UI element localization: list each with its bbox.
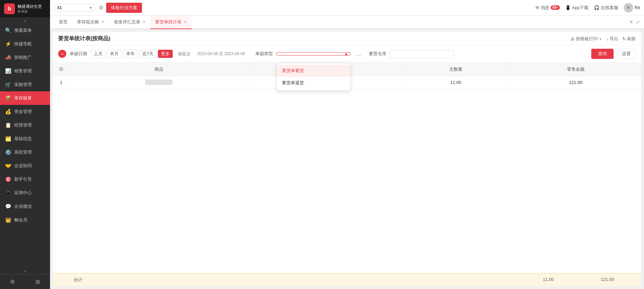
dropdown-item-purchase-order[interactable]: 要货单要货 — [277, 65, 350, 77]
filter-expand-button[interactable]: » — [58, 50, 66, 58]
sidebar-item-label: 经营管理 — [14, 122, 32, 128]
company-select[interactable] — [54, 4, 95, 12]
table-gear-icon[interactable]: ⚙ — [57, 66, 66, 72]
product-blurred — [145, 80, 172, 85]
type-select-wrap: ▲ — [276, 52, 351, 55]
date-btn-more[interactable]: 更多 — [158, 50, 173, 58]
tab-inventory-batch-close[interactable]: ✕ — [101, 20, 104, 24]
sidebar-item-sales[interactable]: 📊 销售管理 — [0, 64, 50, 78]
sidebar-item-enterprise[interactable]: 🤝 企业协同 — [0, 159, 50, 173]
messages-label: 消息 — [541, 5, 549, 11]
sidebar-item-label: 库存核算 — [14, 95, 32, 101]
sidebar-item-finance[interactable]: 💰 资金管理 — [0, 105, 50, 118]
tab-receive-summary-label: 收发存汇总表 — [114, 19, 140, 25]
tab-order-summary-close[interactable]: ✕ — [184, 20, 187, 24]
date-label: 单据日期 — [70, 51, 87, 57]
sidebar-item-search[interactable]: 🔍 搜索菜单 — [0, 24, 50, 37]
filter-bar: » 单据日期 上月 本月 本年 近7天 更多 自定义 2023-05-06 至 … — [53, 45, 641, 63]
export-icon: ↓ — [606, 36, 609, 41]
tab-close-all-icon[interactable]: ✕ — [629, 19, 633, 25]
date-btn-7days[interactable]: 近7天 — [139, 50, 157, 58]
inventory-icon: 📦 — [5, 95, 11, 102]
export-action[interactable]: ↓ 导出 — [606, 36, 619, 42]
vip-icon: 👑 — [5, 217, 11, 223]
sidebar-item-inventory[interactable]: 📦 库存核算 — [0, 91, 50, 105]
warehouse-input[interactable] — [390, 50, 454, 58]
table-footer: 合计 11.00 121.00 — [53, 273, 641, 286]
tab-order-summary[interactable]: 要货单统计表 ✕ — [150, 16, 192, 29]
date-custom-btn[interactable]: 自定义 — [176, 50, 192, 58]
wechat-icon: 💬 — [5, 203, 11, 210]
refresh-label: 刷新 — [627, 36, 636, 42]
type-select-box[interactable] — [276, 52, 351, 55]
topbar: ▼ ⚙ 体验行业方案 ✉ 消息 99+ 📱 App下载 🎧 在线客服 R R — [50, 0, 644, 16]
sidebar-item-purchase[interactable]: 🛒 采购管理 — [0, 78, 50, 91]
scroll-down-indicator[interactable]: ▼ — [0, 268, 50, 274]
scroll-up-indicator[interactable]: ▲ — [0, 18, 50, 24]
sidebar-logo: b 畅捷通好生意 标准版 — [0, 0, 50, 18]
messages-item[interactable]: ✉ 消息 99+ — [535, 5, 560, 11]
industry-plan-button[interactable]: 体验行业方案 — [106, 3, 142, 13]
sidebar-item-quick-nav[interactable]: ⚡ 快捷导航 — [0, 37, 50, 51]
sidebar-item-operation[interactable]: 📋 经营管理 — [0, 118, 50, 132]
tab-home[interactable]: 首页 — [54, 16, 72, 29]
settings-button[interactable]: 设置 — [617, 49, 636, 59]
warehouse-label: 要货仓库 — [369, 51, 386, 57]
sidebar-item-vip[interactable]: 👑 畅会员 — [0, 213, 50, 227]
col-amount: 零售金额 — [510, 63, 641, 76]
type-dropdown-menu: 要货单要货 要货单退货 — [276, 63, 351, 91]
sidebar-item-marketing[interactable]: 📣 营销推广 — [0, 51, 50, 64]
footer-empty-index — [53, 277, 70, 283]
query-button[interactable]: 查询 — [591, 49, 614, 59]
col-quantity: 主数量 — [401, 63, 510, 76]
footer-total-label: 合计 — [70, 277, 455, 283]
footer-total-amount: 121.00 — [574, 277, 641, 283]
tab-expand-icon[interactable]: ⤢ — [636, 19, 640, 25]
sidebar-item-label: 快捷导航 — [14, 41, 32, 47]
tab-receive-summary[interactable]: 收发存汇总表 ✕ — [109, 16, 150, 29]
cell-quantity: 11.00 — [401, 76, 510, 89]
sidebar-item-label: 基础信息 — [14, 136, 32, 142]
user-name: Rit — [635, 5, 640, 10]
logo-icon: b — [4, 3, 15, 14]
phone-icon: 📱 — [565, 5, 571, 10]
sidebar-item-label: 搜索菜单 — [14, 27, 32, 34]
date-range-display: 2023-05-06 至 2023-06-06 — [197, 51, 245, 57]
sidebar-item-system[interactable]: ⚙️ 系统管理 — [0, 146, 50, 159]
online-service-item[interactable]: 🎧 在线客服 — [594, 5, 618, 11]
dropdown-item-purchase-return[interactable]: 要货单退货 — [277, 77, 350, 89]
cell-amount: 121.00 — [510, 76, 641, 89]
printer-icon: 🖨 — [570, 36, 575, 41]
sidebar-item-guide[interactable]: 🎯 新手引导 — [0, 173, 50, 186]
date-btn-this-year[interactable]: 本年 — [123, 50, 138, 58]
sidebar-item-label: 企业协同 — [14, 163, 32, 169]
tab-order-summary-label: 要货单统计表 — [155, 19, 182, 25]
collapse-sidebar-btn[interactable]: ⊞ — [33, 277, 43, 286]
topbar-gear-icon[interactable]: ⚙ — [99, 4, 103, 11]
app-download-item[interactable]: 📱 App下载 — [565, 5, 589, 11]
basic-icon: 🗂️ — [5, 135, 11, 142]
sidebar-item-basic[interactable]: 🗂️ 基础信息 — [0, 132, 50, 146]
search-icon: 🔍 — [5, 27, 11, 34]
tab-inventory-batch[interactable]: 库存批次账 ✕ — [72, 16, 109, 29]
sidebar-bottom: ⚙ ⊞ — [0, 274, 50, 289]
user-avatar-item[interactable]: R Rit — [624, 3, 640, 13]
sidebar-item-apps[interactable]: 📱 应用中心 — [0, 186, 50, 200]
tab-receive-summary-close[interactable]: ✕ — [142, 20, 146, 24]
sidebar-item-label: 资金管理 — [14, 109, 32, 115]
topbar-right: ✉ 消息 99+ 📱 App下载 🎧 在线客服 R Rit — [535, 3, 640, 13]
footer-unit-placeholder — [455, 277, 523, 283]
sidebar-item-wechat[interactable]: 💬 企业微信 — [0, 200, 50, 213]
print-template-label: 按模板打印 — [576, 36, 598, 42]
quick-nav-icon: ⚡ — [5, 41, 11, 47]
date-btn-this-month[interactable]: 本月 — [107, 50, 122, 58]
page-title: 要货单统计表(按商品) — [58, 35, 111, 42]
date-btn-last-month[interactable]: 上月 — [91, 50, 105, 58]
tab-home-label: 首页 — [59, 19, 68, 25]
settings-bottom-btn[interactable]: ⚙ — [7, 277, 18, 286]
topbar-select-wrap: ▼ — [54, 4, 95, 12]
marketing-icon: 📣 — [5, 54, 11, 61]
print-template-action[interactable]: 🖨 按模板打印 ▼ — [570, 36, 602, 42]
refresh-action[interactable]: ↻ 刷新 — [622, 36, 636, 42]
filter-more-options-btn[interactable]: … — [354, 50, 363, 58]
